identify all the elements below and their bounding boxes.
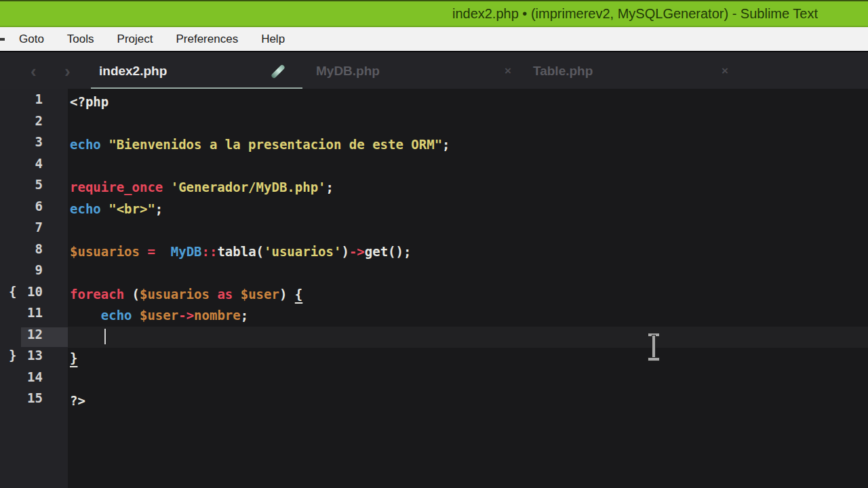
- fold-marker: }: [9, 348, 16, 363]
- gutter-cell[interactable]: 2: [0, 113, 68, 135]
- menu-item-goto[interactable]: Goto: [19, 33, 44, 46]
- gutter-cell[interactable]: 15: [0, 390, 68, 412]
- code-content[interactable]: $usuarios = MyDB::tabla('usuarios')->get…: [68, 241, 868, 263]
- line-number: 12: [27, 327, 43, 342]
- code-token: $user: [140, 308, 178, 323]
- code-content[interactable]: [68, 220, 868, 241]
- gutter-cell[interactable]: 3: [0, 134, 68, 156]
- line-number: 13: [27, 348, 43, 363]
- code-token: echo: [70, 201, 101, 216]
- code-token: require_once: [70, 180, 163, 195]
- code-content[interactable]: foreach ($usuarios as $user) {: [68, 284, 868, 306]
- code-content[interactable]: }: [68, 348, 868, 369]
- gutter-cell[interactable]: 1: [0, 92, 68, 113]
- editor-line[interactable]: 5require_once 'Generador/MyDB.php';: [0, 177, 868, 199]
- tab-mydb.php[interactable]: MyDB.php×: [305, 52, 522, 90]
- code-content[interactable]: echo $user->nombre;: [68, 305, 868, 327]
- code-token: $usuarios: [70, 244, 140, 259]
- code-token: get();: [365, 244, 412, 259]
- line-number: 7: [35, 220, 43, 235]
- gutter-cell[interactable]: 7: [0, 220, 68, 241]
- title-bar[interactable]: index2.php • (imprimerev2, MySQLGenerato…: [0, 0, 868, 27]
- gutter-cell[interactable]: 6: [0, 199, 68, 220]
- menu-item-project[interactable]: Project: [117, 33, 153, 46]
- editor-line[interactable]: 7: [0, 220, 868, 241]
- tab-index2.php[interactable]: index2.php: [88, 52, 305, 90]
- code-content[interactable]: echo "Bienvenidos a la presentacion de e…: [68, 134, 868, 156]
- code-content[interactable]: echo "<br>";: [68, 199, 868, 220]
- editor-line[interactable]: 15?>: [0, 390, 868, 412]
- gutter-cell[interactable]: 14: [0, 369, 68, 391]
- code-token: [155, 244, 171, 259]
- code-content[interactable]: require_once 'Generador/MyDB.php';: [68, 177, 868, 199]
- editor-line[interactable]: }13}: [0, 348, 868, 369]
- editor-line[interactable]: 9: [0, 262, 868, 284]
- chevron-left-icon[interactable]: ‹: [31, 52, 37, 90]
- code-token: (: [124, 287, 140, 302]
- code-token: [70, 329, 101, 344]
- window-title: index2.php • (imprimerev2, MySQLGenerato…: [452, 0, 818, 27]
- code-token: [140, 244, 147, 259]
- code-token: [233, 287, 240, 302]
- code-content[interactable]: [68, 156, 868, 178]
- editor-line[interactable]: 2: [0, 113, 868, 135]
- code-token: echo: [101, 308, 132, 323]
- chevron-right-icon[interactable]: ›: [64, 52, 71, 90]
- menu-item-preferences[interactable]: Preferences: [176, 33, 238, 46]
- gutter-cell[interactable]: }13: [0, 348, 68, 369]
- fold-marker: {: [9, 284, 16, 299]
- gutter-cell[interactable]: 4: [0, 156, 68, 178]
- code-token: ): [279, 287, 295, 302]
- code-token: ;: [326, 180, 334, 195]
- code-content[interactable]: [68, 369, 868, 391]
- code-token: {: [295, 287, 302, 302]
- code-token: "<br>": [108, 201, 155, 216]
- code-token: $user: [241, 287, 279, 302]
- code-token: [70, 308, 101, 323]
- editor-line[interactable]: 1<?php: [0, 92, 868, 113]
- editor-line[interactable]: 3echo "Bienvenidos a la presentacion de …: [0, 134, 868, 156]
- code-token: tabla(: [217, 244, 264, 259]
- gutter-cell[interactable]: 8: [0, 241, 68, 263]
- gutter-cell[interactable]: 9: [0, 262, 68, 284]
- code-content[interactable]: <?php: [68, 92, 868, 113]
- menu-item-help[interactable]: Help: [261, 33, 285, 46]
- code-token: [163, 180, 170, 195]
- code-token: 'usuarios': [264, 244, 341, 259]
- code-token: ::: [202, 244, 218, 259]
- code-token: foreach: [70, 287, 124, 302]
- menu-item-tools[interactable]: Tools: [67, 33, 94, 46]
- line-number: 11: [27, 305, 43, 320]
- editor-line[interactable]: 8$usuarios = MyDB::tabla('usuarios')->ge…: [0, 241, 868, 263]
- code-lines: 1<?php23echo "Bienvenidos a la presentac…: [0, 92, 868, 412]
- code-token: <?php: [70, 94, 108, 109]
- gutter-cell[interactable]: {10: [0, 284, 68, 306]
- line-number: 9: [35, 262, 43, 277]
- code-content[interactable]: [68, 262, 868, 284]
- editor-line[interactable]: 4: [0, 156, 868, 178]
- code-editor[interactable]: 1<?php23echo "Bienvenidos a la presentac…: [0, 89, 868, 488]
- line-number: 8: [35, 241, 43, 256]
- close-icon[interactable]: ×: [722, 64, 728, 78]
- editor-line[interactable]: 14: [0, 369, 868, 391]
- tab-table.php[interactable]: Table.php×: [522, 52, 739, 90]
- pencil-icon: [271, 64, 285, 79]
- code-content[interactable]: [68, 327, 868, 348]
- code-token: [132, 308, 140, 323]
- editor-line[interactable]: 12: [0, 327, 868, 348]
- code-token: }: [70, 350, 77, 365]
- code-token: 'Generador/MyDB.php': [171, 180, 326, 195]
- code-content[interactable]: [68, 113, 868, 135]
- gutter-cell[interactable]: 11: [0, 305, 68, 327]
- code-token: as: [217, 287, 233, 302]
- gutter-cell[interactable]: 12: [0, 327, 68, 348]
- code-token: "Bienvenidos a la presentacion de este O…: [108, 137, 442, 152]
- editor-line[interactable]: {10foreach ($usuarios as $user) {: [0, 284, 868, 306]
- close-icon[interactable]: ×: [505, 64, 511, 78]
- line-number: 3: [35, 134, 43, 149]
- code-content[interactable]: ?>: [68, 390, 868, 412]
- text-caret: [104, 329, 106, 344]
- editor-line[interactable]: 11 echo $user->nombre;: [0, 305, 868, 327]
- editor-line[interactable]: 6echo "<br>";: [0, 199, 868, 220]
- gutter-cell[interactable]: 5: [0, 177, 68, 199]
